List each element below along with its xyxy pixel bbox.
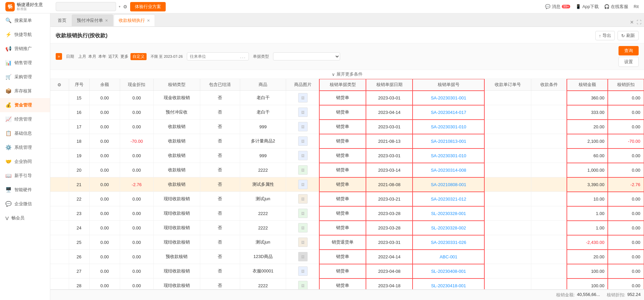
sidebar-item-purchase[interactable]: 🛒 采购管理 xyxy=(0,70,50,84)
refresh-btn[interactable]: ↻ 刷新 xyxy=(618,31,639,40)
counterparty-input[interactable] xyxy=(190,54,240,59)
settings-btn[interactable]: 设置 xyxy=(619,57,639,67)
cell-cancel-amount: 60.00 xyxy=(567,148,608,163)
date-opt-last-month[interactable]: 上月 xyxy=(78,54,86,59)
sidebar-item-operation[interactable]: 📈 经营管理 xyxy=(0,112,50,126)
cell-goods-image: 🖼 xyxy=(286,278,319,290)
sidebar-item-guide[interactable]: 📖 新手引导 xyxy=(0,169,50,183)
expand-more-btn[interactable]: ∨ 展开更多条件 xyxy=(332,71,363,77)
bill-no-link[interactable]: SA-20210813-001 xyxy=(431,139,466,144)
date-opt-this-month[interactable]: 本月 xyxy=(88,54,96,59)
sidebar-item-sales[interactable]: 📊 销售管理 xyxy=(0,56,50,70)
app-icon: 📱 xyxy=(576,4,581,9)
tab-home[interactable]: 首页 xyxy=(53,15,71,26)
cell-receipt-order xyxy=(484,278,531,290)
cell-goods: 2222 xyxy=(240,163,286,177)
cell-goods: 测试多属性 xyxy=(240,177,286,192)
sidebar-item-cooperation[interactable]: 🤝 企业协同 xyxy=(0,155,50,169)
close-window-icon[interactable]: ✕ xyxy=(630,19,634,25)
sidebar-item-marketing[interactable]: 📢 营销推广 xyxy=(0,42,50,56)
sidebar-label-operation: 经营管理 xyxy=(14,116,32,122)
bill-no-link[interactable]: SL-20230328-001 xyxy=(431,211,466,216)
logo-area: 畅 畅捷通好生意 标准版 xyxy=(5,2,56,11)
cell-num: 18 xyxy=(69,134,89,148)
cell-goods: 老白干 xyxy=(240,91,286,105)
bill-type-select[interactable] xyxy=(273,52,340,60)
cell-goods: 多计量商品2 xyxy=(240,134,286,148)
cell-cancel-amount: 360.00 xyxy=(567,91,608,105)
date-opt-7days[interactable]: 近7天 xyxy=(108,54,119,59)
cell-balance: 0.00 xyxy=(89,163,120,177)
cell-num: 20 xyxy=(69,163,89,177)
tab-receipt-cancel[interactable]: 收款核销执行 ✕ xyxy=(114,14,155,26)
sidebar-item-hardware[interactable]: 🖥️ 智能硬件 xyxy=(0,183,50,197)
bill-no-link[interactable]: SA-20230301-010 xyxy=(431,153,466,158)
tab-receipt-cancel-close[interactable]: ✕ xyxy=(147,18,150,23)
counterparty-dots[interactable]: ... xyxy=(240,54,246,59)
sidebar-item-vip[interactable]: V 畅会员 xyxy=(0,211,50,225)
bill-no-link[interactable]: SL-20230408-001 xyxy=(431,269,466,274)
cell-receipt-order xyxy=(484,264,531,278)
cell-num: 28 xyxy=(69,278,89,290)
cell-include-settled: 否 xyxy=(200,105,240,120)
filter-expand-btn[interactable]: » xyxy=(56,53,62,60)
tab-receipt-cancel-label: 收款核销执行 xyxy=(119,17,145,24)
cell-cancel-amount: 1.00 xyxy=(567,221,608,235)
bill-no-link[interactable]: SA-20230301-001 xyxy=(431,95,466,100)
cell-receipt-condition xyxy=(531,148,567,163)
online-service-btn[interactable]: 🎧 在线客服 xyxy=(604,4,628,10)
date-opt-this-year[interactable]: 本年 xyxy=(98,54,106,59)
bill-no-link[interactable]: ABC-001 xyxy=(440,254,458,259)
tab-prepay[interactable]: 预付冲应付单 ✕ xyxy=(72,14,113,26)
sidebar-item-quick-nav[interactable]: ⚡ 快捷导航 xyxy=(0,28,50,42)
table-wrapper[interactable]: ⚙ 序号 余额 现金折扣 核销类型 包含已结清 商品 商品图片 核销单据类型 xyxy=(50,79,644,289)
cell-settings xyxy=(50,278,69,290)
sidebar-item-basic-info[interactable]: 📋 基础信息 xyxy=(0,126,50,140)
cell-receipt-condition xyxy=(531,264,567,278)
data-table: ⚙ 序号 余额 现金折扣 核销类型 包含已结清 商品 商品图片 核销单据类型 xyxy=(50,79,644,289)
col-header-cancel-discount: 核销折扣 xyxy=(608,79,644,91)
cell-num: 22 xyxy=(69,192,89,206)
cell-bill-no: SA-20230331-026 xyxy=(413,235,484,250)
app-download-btn[interactable]: 📱 App下载 xyxy=(576,4,599,10)
cell-receipt-condition xyxy=(531,163,567,177)
finance-icon: 💰 xyxy=(5,102,12,108)
cell-receipt-order xyxy=(484,235,531,250)
operation-icon: 📈 xyxy=(5,116,12,122)
cell-bill-date: 2023-03-21 xyxy=(366,192,413,206)
col-header-num: 序号 xyxy=(69,79,89,91)
bill-type-label: 单据类型 xyxy=(253,54,269,59)
table-row: 22 0.00 0.00 现结收款核销 否 测试jun 🖼 销货单 2023-0… xyxy=(50,192,644,206)
sidebar-item-inventory[interactable]: 📦 库存核算 xyxy=(0,84,50,98)
bill-no-link[interactable]: SL-20230328-002 xyxy=(431,225,466,230)
gear-icon[interactable]: ⚙ xyxy=(123,4,127,9)
bill-no-link[interactable]: SA-20230331-026 xyxy=(431,240,466,245)
cell-cancel-type: 现结收款核销 xyxy=(153,235,200,250)
chevron-down-icon[interactable]: ▾ xyxy=(119,5,120,8)
col-header-bill-type: 核销单据类型 xyxy=(319,79,366,91)
tab-prepay-close[interactable]: ✕ xyxy=(105,18,108,23)
cell-receipt-order xyxy=(484,177,531,192)
bill-no-link[interactable]: SA-20230414-017 xyxy=(431,110,466,115)
bill-no-link[interactable]: SA-20210808-001 xyxy=(431,182,466,187)
message-btn[interactable]: 💬 消息 99+ xyxy=(545,4,570,10)
sidebar-item-system[interactable]: ⚙️ 系统管理 xyxy=(0,140,50,155)
sidebar-item-search[interactable]: 🔍 搜索菜单 xyxy=(0,13,50,28)
sidebar-item-finance[interactable]: 💰 资金管理 xyxy=(0,98,50,112)
bill-no-link[interactable]: SL-20230418-001 xyxy=(431,283,466,288)
bill-no-link[interactable]: SA-20230321-012 xyxy=(431,197,466,202)
bill-no-link[interactable]: SA-20230314-008 xyxy=(431,168,466,173)
sidebar-item-wechat[interactable]: 💬 企业微信 xyxy=(0,197,50,211)
cell-cancel-discount: 0.00 xyxy=(608,221,644,235)
industry-btn[interactable]: 体验行业方案 xyxy=(130,2,166,11)
cell-bill-date: 2023-04-14 xyxy=(366,105,413,120)
cell-settings xyxy=(50,163,69,177)
cell-goods-image: 🖼 xyxy=(286,91,319,105)
col-header-settings[interactable]: ⚙ xyxy=(50,79,69,91)
date-opt-custom[interactable]: 自定义 xyxy=(130,53,147,60)
query-btn[interactable]: 查询 xyxy=(619,46,639,55)
maximize-icon[interactable]: ⛶ xyxy=(637,19,641,25)
bill-no-link[interactable]: SA-20230301-010 xyxy=(431,124,466,129)
date-opt-more[interactable]: 更多 xyxy=(120,54,128,59)
export-btn[interactable]: ↑ 导出 xyxy=(595,31,615,40)
